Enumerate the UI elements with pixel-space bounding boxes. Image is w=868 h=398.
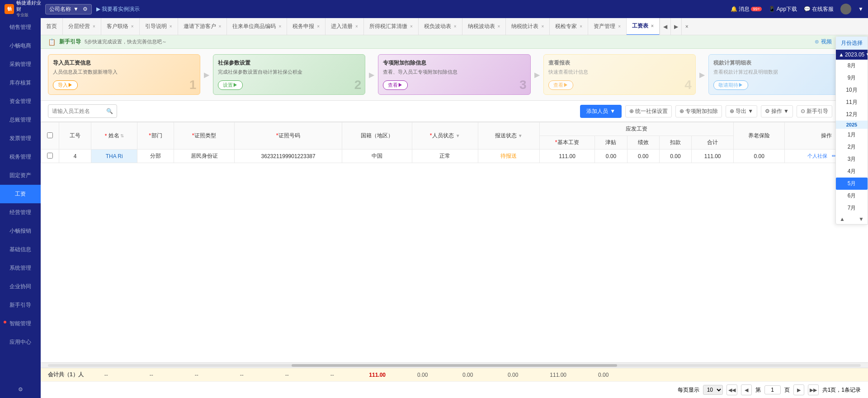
- tab-close-stats[interactable]: ×: [541, 24, 544, 29]
- select-all-checkbox[interactable]: [47, 132, 53, 138]
- tab-nav-right[interactable]: ▶: [670, 18, 681, 35]
- tab-close-invite[interactable]: ×: [219, 24, 222, 29]
- tab-invite[interactable]: 邀请下游客户 ×: [178, 18, 227, 35]
- add-special-btn[interactable]: ⊕ 专项附加扣除: [675, 105, 722, 117]
- step-4-btn[interactable]: 查看▶: [548, 80, 573, 90]
- tab-inventory[interactable]: 进入清册 ×: [326, 18, 364, 35]
- tab-close-layered[interactable]: ×: [93, 24, 95, 29]
- tab-tax-burden[interactable]: 税负波动表 ×: [419, 18, 462, 35]
- filter-status-icon[interactable]: ▼: [456, 133, 460, 138]
- sidebar-item-inventory[interactable]: 库存核算: [0, 74, 41, 92]
- tab-tax-expert[interactable]: 税检专家 ×: [550, 18, 588, 35]
- tab-close-income[interactable]: ×: [410, 24, 413, 29]
- month-panel-header[interactable]: 月份选择: [836, 37, 868, 50]
- month-scroll-down[interactable]: ▼: [859, 216, 864, 222]
- unify-social-btn[interactable]: ⊕ 统一社保设置: [625, 105, 672, 117]
- online-service-btn[interactable]: 💬 在线客服: [804, 5, 834, 13]
- month-8[interactable]: 8月: [836, 60, 868, 72]
- app-download-btn[interactable]: 📱 App下载: [769, 5, 797, 13]
- sidebar-item-invoice[interactable]: 发票管理: [0, 129, 41, 148]
- sidebar-item-purchase[interactable]: 采购管理: [0, 55, 41, 74]
- tab-close-customer[interactable]: ×: [131, 24, 134, 29]
- step-1-btn[interactable]: 导入▶: [53, 80, 78, 90]
- month-scroll-up[interactable]: ▲: [840, 216, 845, 222]
- per-page-select[interactable]: 10 20 50: [703, 385, 723, 395]
- page-number-input[interactable]: [764, 385, 781, 394]
- step-5-btn[interactable]: 敬请期待▶: [713, 80, 748, 90]
- tab-close-product[interactable]: ×: [278, 24, 281, 29]
- next-page-btn[interactable]: ▶: [793, 384, 804, 395]
- tab-product-code[interactable]: 往来单位商品编码 ×: [227, 18, 287, 35]
- company-selector[interactable]: 公司名称 ▼ ⚙: [45, 4, 92, 14]
- prev-page-btn[interactable]: ◀: [741, 384, 752, 395]
- month-1[interactable]: 1月: [836, 129, 868, 141]
- sidebar-item-sales[interactable]: 销售管理: [0, 18, 41, 37]
- month-9[interactable]: 9月: [836, 72, 868, 84]
- tab-customer[interactable]: 客户联络 ×: [101, 18, 140, 35]
- tab-close-expert[interactable]: ×: [580, 24, 582, 29]
- filter-report-icon[interactable]: ▼: [518, 133, 523, 138]
- sidebar-item-fixed-asset[interactable]: 固定资产: [0, 166, 41, 185]
- first-page-btn[interactable]: ◀◀: [726, 384, 737, 395]
- new-guide-btn[interactable]: ⊙ 新手引导: [797, 105, 832, 117]
- message-btn[interactable]: 🔔 消息 99+: [731, 5, 761, 13]
- month-3[interactable]: 3月: [836, 153, 868, 165]
- tab-close-burden[interactable]: ×: [454, 24, 457, 29]
- last-page-btn[interactable]: ▶▶: [808, 384, 819, 395]
- search-input[interactable]: [52, 108, 106, 114]
- settings-icon[interactable]: ⚙: [83, 6, 88, 12]
- month-10[interactable]: 10月: [836, 84, 868, 96]
- tab-asset[interactable]: 资产管理 ×: [588, 18, 627, 35]
- user-menu-btn[interactable]: ▼: [858, 6, 863, 12]
- add-employee-btn[interactable]: 添加人员 ▼: [580, 105, 622, 118]
- sidebar-item-ledger[interactable]: 总账管理: [0, 111, 41, 129]
- sidebar-item-tax[interactable]: 税务管理: [0, 148, 41, 166]
- scrollbar-thumb[interactable]: [292, 364, 617, 367]
- tab-close-salary[interactable]: ×: [651, 23, 654, 28]
- tab-close-guide[interactable]: ×: [170, 24, 172, 29]
- demo-link[interactable]: ▶ 我要看实例演示: [96, 5, 140, 13]
- sidebar-settings-btn[interactable]: ⚙: [0, 381, 41, 398]
- sidebar-item-finance[interactable]: 资金管理: [0, 92, 41, 111]
- tab-layered-ops[interactable]: 分层经营 ×: [63, 18, 101, 35]
- tab-salary-table[interactable]: 工资表 ×: [627, 18, 660, 35]
- operations-btn[interactable]: ⚙ 操作 ▼: [761, 105, 793, 117]
- tab-tax-report[interactable]: 税务申报 ×: [287, 18, 326, 35]
- avatar[interactable]: [840, 4, 851, 14]
- month-5[interactable]: 5月: [836, 178, 868, 190]
- export-btn[interactable]: ⊕ 导出 ▼: [726, 105, 757, 117]
- tab-close-asset[interactable]: ×: [618, 24, 621, 29]
- horizontal-scrollbar[interactable]: [48, 364, 861, 367]
- search-icon[interactable]: 🔍: [106, 108, 113, 114]
- sidebar-item-salary[interactable]: 工资: [0, 185, 41, 203]
- sidebar-item-expense[interactable]: 小畅报销: [0, 222, 41, 240]
- month-11[interactable]: 11月: [836, 96, 868, 108]
- tab-close-tax[interactable]: ×: [317, 24, 320, 29]
- tab-tax-fluctuation[interactable]: 纳税波动表 ×: [462, 18, 506, 35]
- month-6[interactable]: 6月: [836, 190, 868, 202]
- row-select-checkbox[interactable]: [47, 153, 53, 159]
- tab-nav-left[interactable]: ◀: [660, 18, 670, 35]
- month-7[interactable]: 7月: [836, 202, 868, 214]
- step-3-btn[interactable]: 查看▶: [383, 80, 408, 90]
- tab-close-all[interactable]: ×: [681, 18, 692, 35]
- tab-income-tax[interactable]: 所得税汇算清缴 ×: [364, 18, 419, 35]
- personal-social-link[interactable]: 个人社保: [807, 153, 827, 159]
- sidebar-item-enterprise[interactable]: 企业协同: [0, 277, 41, 296]
- sidebar-item-guide[interactable]: 新手引导: [0, 296, 41, 314]
- sort-name-icon[interactable]: ⇅: [120, 133, 124, 138]
- sidebar-item-ai[interactable]: 智能管理: [0, 314, 41, 333]
- tab-close-inv[interactable]: ×: [355, 24, 358, 29]
- month-12[interactable]: 12月: [836, 108, 868, 121]
- month-4[interactable]: 4月: [836, 165, 868, 178]
- sidebar-item-operations[interactable]: 经营管理: [0, 203, 41, 222]
- month-2[interactable]: 2月: [836, 141, 868, 153]
- tab-guide[interactable]: 引导说明 ×: [140, 18, 178, 35]
- tab-close-fluct[interactable]: ×: [498, 24, 500, 29]
- tab-home[interactable]: 首页: [41, 18, 63, 35]
- year-next-btn[interactable]: ▼: [864, 52, 868, 58]
- guide-video-link[interactable]: ⊙ 视频: [815, 38, 831, 46]
- step-2-btn[interactable]: 设置▶: [218, 80, 243, 90]
- sidebar-item-system[interactable]: 系统管理: [0, 259, 41, 277]
- sidebar-item-ecommerce[interactable]: 小畅电商: [0, 37, 41, 55]
